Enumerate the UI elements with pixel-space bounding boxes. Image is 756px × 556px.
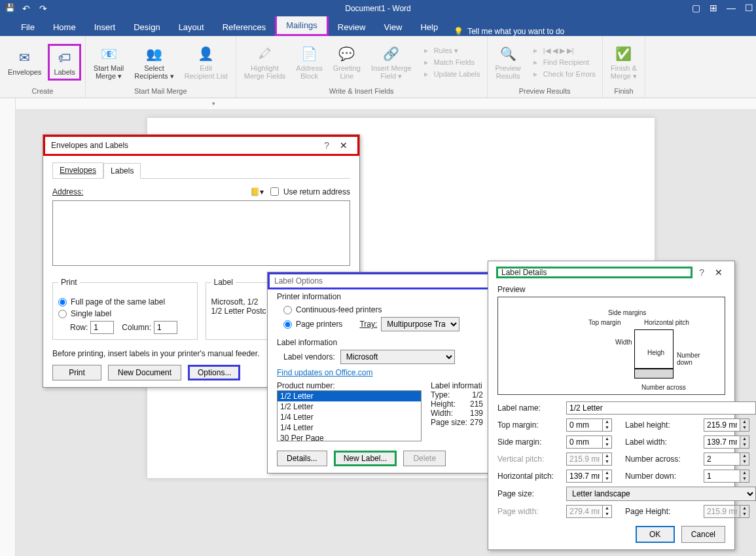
- spin-up[interactable]: ▲: [740, 506, 749, 511]
- ribbon-display-icon[interactable]: ⊞: [710, 3, 717, 13]
- close-icon[interactable]: ✕: [711, 267, 727, 278]
- save-icon[interactable]: [5, 3, 16, 14]
- help-icon[interactable]: ?: [693, 267, 711, 278]
- start-mail-merge-btn[interactable]: 📧Start Mail Merge ▾: [90, 42, 128, 83]
- single-label-radio[interactable]: [58, 310, 67, 318]
- spin-down[interactable]: ▼: [603, 459, 611, 465]
- spin-down[interactable]: ▼: [740, 425, 749, 431]
- ok-button[interactable]: OK: [636, 526, 675, 543]
- spin-down[interactable]: ▼: [740, 459, 749, 465]
- spin-up[interactable]: ▲: [603, 506, 611, 511]
- minimize-icon[interactable]: —: [727, 3, 736, 13]
- tab-design[interactable]: Design: [124, 18, 169, 36]
- spin-up[interactable]: ▲: [740, 453, 749, 459]
- page-height-input: [704, 505, 740, 518]
- spin-up[interactable]: ▲: [740, 419, 749, 425]
- cancel-button[interactable]: Cancel: [681, 526, 725, 543]
- vendors-select[interactable]: Microsoft: [340, 350, 455, 364]
- account-icon[interactable]: ▢: [692, 3, 700, 13]
- highlight-merge-fields-btn: 🖍Highlight Merge Fields: [240, 42, 290, 83]
- tab-mailings[interactable]: Mailings: [275, 14, 329, 36]
- continuous-feed-radio[interactable]: [283, 306, 292, 314]
- tab-file[interactable]: File: [12, 18, 44, 36]
- tab-references[interactable]: References: [213, 18, 275, 36]
- close-icon[interactable]: ✕: [336, 140, 351, 151]
- num-down-input[interactable]: [704, 470, 740, 483]
- spin-up[interactable]: ▲: [740, 470, 749, 476]
- num-across-input[interactable]: [704, 453, 740, 466]
- top-margin-input[interactable]: [566, 418, 603, 432]
- page-printers-radio[interactable]: [283, 320, 292, 329]
- spin-up[interactable]: ▲: [603, 436, 611, 442]
- tab-insert[interactable]: Insert: [85, 18, 125, 36]
- label-width-input[interactable]: [704, 436, 740, 449]
- address-book-icon[interactable]: 📒▾: [250, 187, 264, 196]
- height-value: 215: [470, 399, 483, 409]
- height-label: Heigh: [647, 349, 664, 356]
- spin-up[interactable]: ▲: [603, 470, 611, 476]
- product-item[interactable]: 1/2 Letter: [278, 401, 421, 412]
- group-label: Preview Results: [519, 86, 571, 95]
- dialog-titlebar[interactable]: Envelopes and Labels ? ✕: [43, 135, 359, 156]
- horizontal-ruler: ▾: [16, 98, 756, 110]
- help-icon[interactable]: ?: [317, 140, 336, 151]
- labels-btn[interactable]: 🏷Labels: [48, 44, 81, 81]
- select-recipients-btn[interactable]: 👥Select Recipients ▾: [130, 42, 177, 83]
- column-input[interactable]: [154, 321, 177, 334]
- spin-up[interactable]: ▲: [603, 453, 611, 459]
- envelopes-btn[interactable]: ✉Envelopes: [4, 46, 45, 79]
- tab-envelopes[interactable]: Envelopes: [52, 162, 103, 178]
- side-margin-input[interactable]: [566, 436, 603, 449]
- tab-layout[interactable]: Layout: [170, 18, 213, 36]
- undo-icon[interactable]: [22, 3, 33, 14]
- options-button[interactable]: Options...: [188, 365, 240, 380]
- new-label-button[interactable]: New Label...: [334, 451, 397, 466]
- page-size-select[interactable]: Letter landscape: [566, 487, 756, 501]
- find-updates-link[interactable]: Find updates on Office.com: [277, 368, 483, 377]
- spin-down[interactable]: ▼: [740, 476, 749, 482]
- label-name-input[interactable]: [566, 401, 756, 415]
- address-label: Address:: [52, 187, 250, 196]
- dialog-title: Envelopes and Labels: [51, 141, 317, 150]
- spin-up[interactable]: ▲: [740, 436, 749, 442]
- delete-button: Delete: [403, 451, 446, 466]
- address-textarea[interactable]: [52, 200, 350, 266]
- number-down-label: Number down: [677, 352, 700, 366]
- preview-results-btn-icon: 🔍: [499, 45, 517, 63]
- print-button[interactable]: Print: [52, 365, 101, 380]
- page-size-value: 279: [470, 418, 483, 427]
- redo-icon[interactable]: [39, 3, 50, 14]
- address-block-btn: 📄Address Block: [292, 42, 326, 83]
- spin-down[interactable]: ▼: [740, 442, 749, 448]
- maximize-icon[interactable]: ☐: [745, 3, 753, 13]
- horiz-pitch-input[interactable]: [566, 470, 603, 483]
- spin-down[interactable]: ▼: [603, 425, 611, 431]
- tab-help[interactable]: Help: [411, 18, 447, 36]
- tab-home[interactable]: Home: [44, 18, 85, 36]
- new-document-button[interactable]: New Document: [108, 365, 181, 380]
- row-input[interactable]: [90, 321, 114, 334]
- dialog-titlebar[interactable]: Label Details ? ✕: [488, 261, 734, 284]
- tab-view[interactable]: View: [374, 18, 411, 36]
- product-item[interactable]: 30 Per Page: [278, 433, 421, 441]
- label-height-input[interactable]: [704, 418, 740, 432]
- product-item[interactable]: 1/4 Letter: [278, 412, 421, 422]
- use-return-checkbox[interactable]: [270, 187, 279, 196]
- spin-down[interactable]: ▼: [603, 476, 611, 482]
- product-item[interactable]: 1/4 Letter: [278, 422, 421, 433]
- spin-down[interactable]: ▼: [740, 511, 749, 517]
- top-margin-field-label: Top margin:: [497, 420, 560, 430]
- tell-me-field[interactable]: Tell me what you want to do: [454, 27, 564, 36]
- tab-labels[interactable]: Labels: [103, 163, 141, 179]
- spin-down[interactable]: ▼: [603, 511, 611, 517]
- details-button[interactable]: Details...: [277, 451, 327, 466]
- tab-review[interactable]: Review: [329, 18, 375, 36]
- tray-select[interactable]: Multipurpose Tray: [381, 317, 459, 331]
- spin-up[interactable]: ▲: [603, 419, 611, 425]
- dialog-titlebar[interactable]: Label Options: [268, 272, 492, 289]
- full-page-radio[interactable]: [58, 298, 67, 306]
- product-number-listbox[interactable]: 1/2 Letter1/2 Letter1/4 Letter1/4 Letter…: [277, 390, 422, 441]
- spin-down[interactable]: ▼: [603, 442, 611, 448]
- product-item[interactable]: 1/2 Letter: [278, 391, 421, 401]
- number-across-label: Number across: [641, 384, 686, 391]
